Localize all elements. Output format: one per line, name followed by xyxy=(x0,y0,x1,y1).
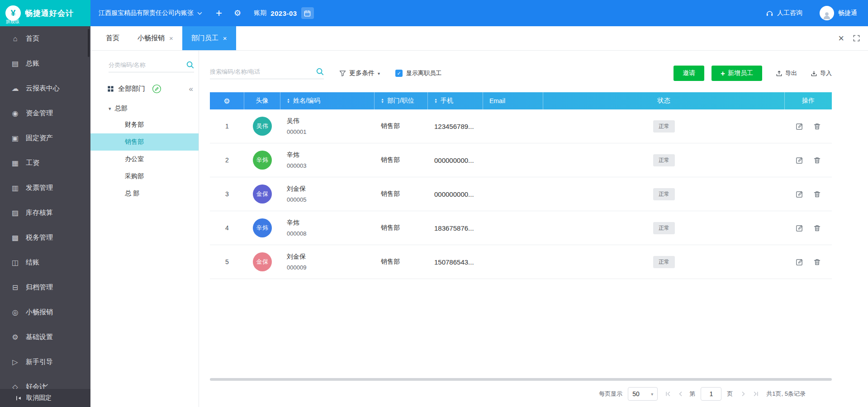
export-button[interactable]: 导出 xyxy=(776,69,797,77)
next-page-button[interactable] xyxy=(740,391,746,397)
employee-phone: 183675876... xyxy=(434,224,474,232)
add-employee-button[interactable]: +新增员工 xyxy=(711,66,762,81)
edition-badge: 旗舰版 xyxy=(6,19,19,25)
cell-ops xyxy=(785,156,832,164)
table-row[interactable]: 2辛炜辛炜000003销售部000000000...正常 xyxy=(210,143,832,177)
more-filters-button[interactable]: 更多条件 ▾ xyxy=(339,69,380,77)
per-page-select[interactable]: 50 ▾ xyxy=(628,387,658,401)
employee-phone: 000000000... xyxy=(434,190,474,198)
tab-1[interactable]: 首页 xyxy=(97,26,128,50)
sort-icon[interactable]: ▲▼ xyxy=(434,98,437,104)
column-label: 状态 xyxy=(658,97,670,105)
chevron-down-icon xyxy=(197,12,202,15)
delete-row-button[interactable] xyxy=(813,190,821,198)
caret-down-icon[interactable]: ▾ xyxy=(109,106,111,112)
cell-ops xyxy=(785,190,832,198)
sidebar-item-archive[interactable]: ⊟归档管理 xyxy=(0,275,90,300)
search-icon[interactable] xyxy=(316,67,324,76)
sidebar-item-home[interactable]: ⌂首页 xyxy=(0,26,90,51)
edit-row-button[interactable] xyxy=(796,224,803,232)
calendar-button[interactable] xyxy=(301,7,314,19)
edit-department-icon[interactable] xyxy=(152,84,161,94)
sidebar-item-more[interactable]: ◇好会计 xyxy=(0,374,90,389)
sidebar-item-ledger[interactable]: ▤总账 xyxy=(0,51,90,76)
sidebar-item-cloud-report[interactable]: ☁云报表中心 xyxy=(0,76,90,101)
company-selector[interactable]: 江西服宝精品有限责任公司内账张 xyxy=(99,9,202,17)
dept-tree-item[interactable]: 办公室 xyxy=(90,151,199,168)
add-account-button[interactable]: + xyxy=(216,8,222,19)
last-page-button[interactable] xyxy=(753,391,759,397)
sidebar-item-tax[interactable]: ▩税务管理 xyxy=(0,225,90,250)
checkbox-checked-icon[interactable]: ✓ xyxy=(395,70,403,77)
edit-row-button[interactable] xyxy=(796,156,803,164)
dept-tree-item[interactable]: 总 部 xyxy=(90,185,199,202)
app-logo: ¥ 畅捷通好会计 旗舰版 xyxy=(0,0,90,26)
sidebar-item-reimburse[interactable]: ◎小畅报销 xyxy=(0,300,90,325)
close-tab-icon[interactable]: × xyxy=(838,33,844,43)
delete-row-button[interactable] xyxy=(813,156,821,164)
status-badge: 正常 xyxy=(653,154,675,166)
sidebar-item-label: 新手引导 xyxy=(26,358,53,366)
table-row[interactable]: 1吴伟吴伟000001销售部123456789...正常 xyxy=(210,109,832,143)
sidebar-item-settings[interactable]: ⚙基础设置 xyxy=(0,325,90,350)
column-settings-icon[interactable]: ⚙ xyxy=(223,97,230,105)
sort-icon[interactable]: ▲▼ xyxy=(381,98,384,104)
page-number-input[interactable] xyxy=(701,387,721,401)
department-search-input[interactable] xyxy=(109,62,186,68)
sidebar-item-closing[interactable]: ◫结账 xyxy=(0,250,90,275)
support-button[interactable]: 人工咨询 xyxy=(766,9,802,17)
col-header-dept[interactable]: ▲▼部门/职位 xyxy=(375,92,428,109)
dept-tree-item[interactable]: 财务部 xyxy=(90,116,199,133)
invite-button[interactable]: 邀请 xyxy=(674,66,704,81)
delete-row-button[interactable] xyxy=(813,123,821,130)
user-menu[interactable]: 畅捷通 xyxy=(820,6,857,20)
all-departments-row[interactable]: 全部部门 « xyxy=(90,84,199,94)
employee-dept: 销售部 xyxy=(381,122,400,130)
sidebar-item-invoice[interactable]: ▥发票管理 xyxy=(0,175,90,200)
prev-page-button[interactable] xyxy=(678,391,684,397)
cell-gear: 2 xyxy=(210,156,244,164)
delete-row-button[interactable] xyxy=(813,224,821,232)
edit-row-button[interactable] xyxy=(796,258,803,266)
edit-row-button[interactable] xyxy=(796,190,803,198)
dept-tree-parent[interactable]: ▾ 总部 xyxy=(90,101,199,116)
table-row[interactable]: 5金保刘金保000009销售部150786543...正常 xyxy=(210,245,832,279)
tab-close-icon[interactable]: × xyxy=(169,35,173,42)
sidebar-item-guide[interactable]: ▷新手引导 xyxy=(0,350,90,374)
grid-icon xyxy=(107,85,114,92)
sort-icon[interactable]: ▲▼ xyxy=(287,98,290,104)
settings-icon: ⚙ xyxy=(11,333,19,341)
tab-3-active[interactable]: 部门员工× xyxy=(182,26,236,50)
sidebar-scrollbar[interactable] xyxy=(88,29,90,57)
settings-gear-icon[interactable]: ⚙ xyxy=(234,8,241,18)
unpin-sidebar-button[interactable]: 取消固定 xyxy=(0,389,90,407)
sidebar-item-funds[interactable]: ◉资金管理 xyxy=(0,101,90,126)
edit-row-button[interactable] xyxy=(796,123,803,130)
sidebar-item-inventory[interactable]: ▨库存核算 xyxy=(0,200,90,225)
employee-code: 000001 xyxy=(287,128,306,135)
headset-icon xyxy=(766,9,773,17)
table-row[interactable]: 3金保刘金保000005销售部000000000...正常 xyxy=(210,177,832,211)
table-row[interactable]: 4辛炜辛炜000008销售部183675876...正常 xyxy=(210,211,832,245)
first-page-button[interactable] xyxy=(665,391,671,397)
sidebar-item-payroll[interactable]: ▦工资 xyxy=(0,151,90,175)
col-header-name[interactable]: ▲▼姓名/编码 xyxy=(280,92,375,109)
sidebar-item-fixed-assets[interactable]: ▣固定资产 xyxy=(0,126,90,151)
tab-close-icon[interactable]: × xyxy=(223,35,227,42)
collapse-panel-icon[interactable]: « xyxy=(189,85,193,94)
cell-name: 吴伟000001 xyxy=(280,117,375,135)
employee-dept: 销售部 xyxy=(381,156,400,164)
dept-tree-item[interactable]: 采购部 xyxy=(90,168,199,185)
period-value: 2023-03 xyxy=(270,9,297,17)
search-icon[interactable] xyxy=(186,61,194,69)
tab-2[interactable]: 小畅报销× xyxy=(128,26,182,50)
delete-row-button[interactable] xyxy=(813,258,821,266)
unpin-label: 取消固定 xyxy=(26,394,52,402)
dept-tree-item[interactable]: 销售部 xyxy=(90,133,199,151)
employee-search-input[interactable] xyxy=(210,68,316,75)
tabbar-tabs: 首页小畅报销×部门员工× xyxy=(97,26,236,50)
fullscreen-icon[interactable] xyxy=(853,35,860,42)
col-header-phone[interactable]: ▲▼手机 xyxy=(428,92,483,109)
show-resigned-toggle[interactable]: ✓ 显示离职员工 xyxy=(395,69,441,77)
import-button[interactable]: 导入 xyxy=(811,69,832,77)
